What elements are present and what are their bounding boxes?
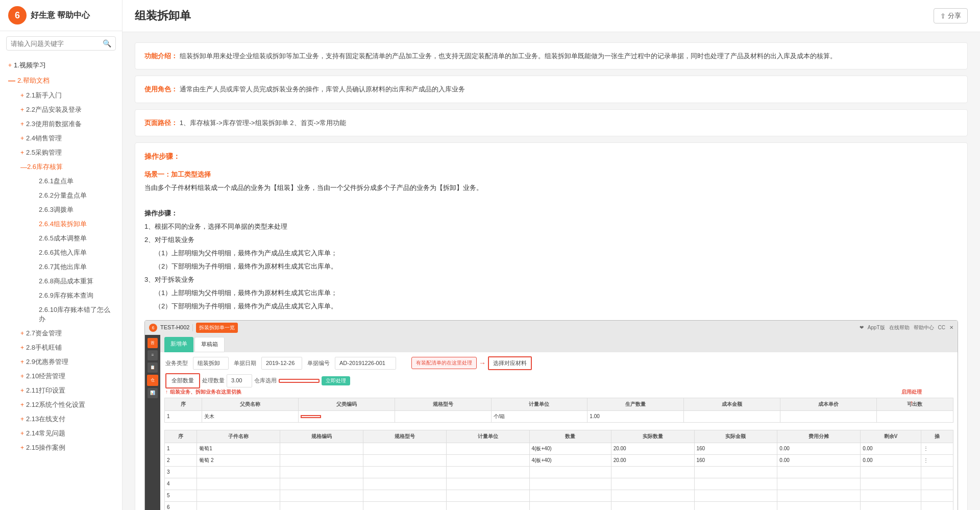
sidebar-item-2-6-2[interactable]: 2.6.2分量盘点单 bbox=[31, 188, 122, 203]
search-input[interactable] bbox=[11, 40, 103, 47]
sc-nav-active: 仓 bbox=[147, 375, 158, 386]
sidebar-item-2-6-5[interactable]: 2.6.5成本调整单 bbox=[31, 231, 122, 246]
sidebar-item-print[interactable]: +2.11打印设置 bbox=[12, 383, 122, 398]
cc-icon: CC bbox=[938, 323, 945, 332]
sc-lcol-spec: 规格型号 bbox=[363, 430, 446, 443]
annotation-3-group: 启用处理 ↑ bbox=[901, 387, 922, 409]
annotation-2-arrow: ↑ bbox=[165, 387, 168, 397]
search-icon[interactable]: 🔍 bbox=[103, 39, 111, 47]
sidebar-item-video[interactable]: + 1.视频学习 bbox=[0, 58, 122, 73]
sc-logo: 6 bbox=[149, 324, 157, 332]
close-icon: ✕ bbox=[949, 323, 953, 332]
sc-cell-cost bbox=[684, 411, 780, 423]
sc-lcol-actual-amt: 实际金额 bbox=[694, 430, 777, 443]
sc-badge: 拆装拆卸单一览 bbox=[196, 323, 238, 333]
path-text: 1、库存核算->库存管理->组装拆卸单 2、首页->常用功能 bbox=[180, 119, 347, 127]
sc-left-sidebar: 首 ≡ 📋 仓 📊 bbox=[145, 335, 160, 510]
sidebar-item-2-6-9[interactable]: 2.6.9库存账本查询 bbox=[31, 288, 122, 303]
intro-text: 组装拆卸单用来处理企业组装或拆卸等加工业务，支持有固定装配清单的产品加工业务，也… bbox=[180, 52, 837, 60]
expand-icon: + bbox=[20, 149, 24, 156]
sidebar-item-2-6-8[interactable]: 2.6.8商品成本重算 bbox=[31, 274, 122, 288]
intro-label: 功能介绍： bbox=[144, 52, 178, 60]
sidebar-item-finance[interactable]: +2.7资金管理 bbox=[12, 326, 122, 341]
sc-bom-btn: 选择对应材料 bbox=[488, 356, 532, 371]
expand-icon: + bbox=[8, 62, 12, 69]
step-2-2: （2）下部明细为子件明细，最终作为原材料生成其它出库单。 bbox=[155, 260, 958, 273]
sidebar-item-purchase[interactable]: +2.5采购管理 bbox=[12, 145, 122, 160]
sidebar-item-2-6-3[interactable]: 2.6.3调拨单 bbox=[31, 203, 122, 217]
sc-qty-input: 3.00 bbox=[227, 374, 252, 387]
sidebar-item-2-6-6[interactable]: 2.6.6其他入库单 bbox=[31, 246, 122, 260]
annotation-3: 启用处理 bbox=[901, 387, 922, 397]
sidebar-item-data-prep[interactable]: +2.3使用前数据准备 bbox=[12, 117, 122, 131]
expand-icon: + bbox=[20, 387, 24, 394]
collapse-icon: — bbox=[8, 77, 15, 85]
sidebar-item-2-6-1[interactable]: 2.6.1盘点单 bbox=[31, 174, 122, 188]
sc-lcol-scode: 规格编码 bbox=[280, 430, 363, 443]
annotation-2-group: ↑ 组装业务、拆卸业务在这里切换 bbox=[165, 387, 241, 397]
sc-type-label: 业务类型 bbox=[165, 358, 188, 369]
docs-submenu: +2.1新手入门 +2.2产品安装及登录 +2.3使用前数据准备 +2.4销售管… bbox=[0, 88, 122, 455]
screenshot-container: 6 TEST-H002 拆装拆卸单一览 ❤ AppT版 在线帮助 帮助中心 CC… bbox=[144, 320, 958, 510]
sc-lcol-actual-qty: 实际数量 bbox=[611, 430, 694, 443]
sidebar-item-customize[interactable]: +2.12系统个性化设置 bbox=[12, 398, 122, 412]
sc-cell-avail bbox=[876, 411, 953, 423]
sc-lower-table: 序 子件名称 规格编码 规格型号 计量单位 数量 实际数量 实际金额 费用分摊 bbox=[164, 430, 953, 510]
step-3: 3、对于拆装业务 bbox=[144, 273, 958, 286]
table-row: 5 bbox=[165, 490, 953, 502]
divider bbox=[192, 324, 193, 331]
sc-other-label: 仓库选用 bbox=[254, 376, 277, 386]
sc-nav-icon-2: ≡ bbox=[148, 350, 158, 360]
sc-lcol-qty: 数量 bbox=[529, 430, 611, 443]
sidebar-item-docs[interactable]: — 2.帮助文档 bbox=[0, 73, 122, 88]
sc-date-input: 2019-12-26 bbox=[261, 357, 302, 370]
table-row: 2 葡萄 2 4(板+40) 20.00 160 0.00 bbox=[165, 455, 953, 467]
sc-cell-name: 关木 bbox=[202, 411, 299, 423]
sc-lcol-fee: 费用分摊 bbox=[777, 430, 861, 443]
nav-tree: + 1.视频学习 — 2.帮助文档 +2.1新手入门 +2.2产品安装及登录 +… bbox=[0, 56, 122, 457]
sc-upper-thead-row: 序 父类名称 父类编码 规格型号 计量单位 生产数量 成本金额 成本单价 可出数 bbox=[165, 398, 953, 411]
sidebar-item-coupon[interactable]: +2.9优惠券管理 bbox=[12, 355, 122, 369]
path-label: 页面路径： bbox=[144, 119, 178, 127]
sidebar-item-newbie[interactable]: +2.1新手入门 bbox=[12, 88, 122, 103]
sc-col-seq: 序 bbox=[165, 398, 202, 411]
main-header: 组装拆卸单 ⇧ 分享 bbox=[122, 0, 980, 32]
step-2-1: （1）上部明细为父件明细，最终作为产成品生成其它入库单； bbox=[155, 247, 958, 260]
sc-cell-unit: 个/箱 bbox=[491, 411, 587, 423]
step-1: 1、根据不同的业务，选择不同单据的类型来处理 bbox=[144, 220, 958, 233]
sc-lcol-remain: 剩余V bbox=[861, 430, 921, 443]
sidebar-item-payment[interactable]: +2.13在线支付 bbox=[12, 412, 122, 426]
table-row: 1 关木 个/箱 1.00 bbox=[165, 411, 953, 423]
logo-title: 好生意 帮助中心 bbox=[31, 10, 90, 21]
sc-nav-icon-1: 首 bbox=[148, 338, 158, 348]
sc-cell-code bbox=[298, 411, 395, 423]
sidebar-item-faq[interactable]: +2.14常见问题 bbox=[12, 426, 122, 441]
annotation-1: 有装配清单的在这里处理 bbox=[411, 357, 477, 369]
sc-process-button[interactable]: 立即处理 bbox=[322, 376, 350, 385]
sidebar-item-2-6-10[interactable]: 2.6.10库存账本错了怎么办 bbox=[31, 303, 122, 326]
expand-icon: + bbox=[20, 330, 24, 337]
sc-form-area: 业务类型 组装拆卸 单据日期 2019-12-26 单据编号 AD-201912… bbox=[160, 352, 958, 393]
expand-icon: + bbox=[20, 344, 24, 351]
search-box[interactable]: 🔍 bbox=[6, 36, 116, 51]
sc-code-input-red bbox=[301, 415, 321, 418]
share-button[interactable]: ⇧ 分享 bbox=[934, 8, 968, 23]
sidebar-item-inventory[interactable]: —2.6库存核算 bbox=[12, 160, 122, 174]
sidebar-item-sales[interactable]: +2.4销售管理 bbox=[12, 131, 122, 145]
sc-lcol-unit: 计量单位 bbox=[446, 430, 529, 443]
sidebar-item-mgmt[interactable]: +2.10经营管理 bbox=[12, 369, 122, 383]
table-row: 3 bbox=[165, 467, 953, 478]
expand-icon: + bbox=[20, 358, 24, 366]
sc-tabbar: 新增单 草稿箱 bbox=[160, 335, 958, 352]
sc-lcol-name: 子件名称 bbox=[197, 430, 280, 443]
sc-col-parent-name: 父类名称 bbox=[202, 398, 299, 411]
sc-right-content: 新增单 草稿箱 业务类型 组装拆卸 单据日期 2019-12-26 单据编号 bbox=[160, 335, 958, 510]
sc-nav-icon-3: 📋 bbox=[148, 362, 158, 373]
sidebar-item-2-6-4[interactable]: 2.6.4组装拆卸单 bbox=[31, 217, 122, 231]
sidebar-item-mobile[interactable]: +2.8手机旺铺 bbox=[12, 341, 122, 355]
main-content: 组装拆卸单 ⇧ 分享 功能介绍： 组装拆卸单用来处理企业组装或拆卸等加工业务，支… bbox=[122, 0, 980, 510]
sidebar-item-2-6-7[interactable]: 2.6.7其他出库单 bbox=[31, 260, 122, 274]
sidebar-item-cases[interactable]: +2.15操作案例 bbox=[12, 441, 122, 455]
step-3-1: （1）上部明细为父件明细，最终作为原材料生成其它出库单； bbox=[155, 286, 958, 300]
sidebar-item-install[interactable]: +2.2产品安装及登录 bbox=[12, 103, 122, 117]
